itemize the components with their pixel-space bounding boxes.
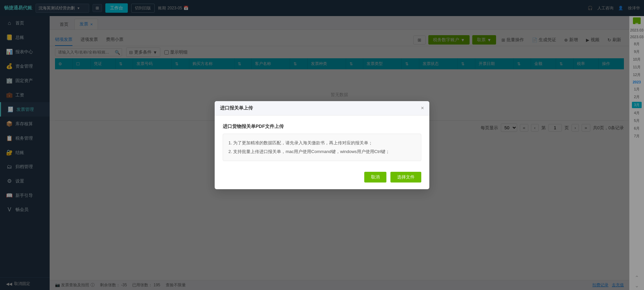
- upload-notes: 1. 为了更加精准的数据匹配，请先录入海关缴款书，再上传对应的报关单； 2. 支…: [223, 134, 421, 161]
- modal-body: 进口货物报关单PDF文件上传 1. 为了更加精准的数据匹配，请先录入海关缴款书，…: [215, 116, 429, 166]
- modal-header: 进口报关单上传 ×: [215, 101, 429, 116]
- upload-note-1: 1. 为了更加精准的数据匹配，请先录入海关缴款书，再上传对应的报关单；: [228, 139, 416, 147]
- modal-overlay: 进口报关单上传 × 进口货物报关单PDF文件上传 1. 为了更加精准的数据匹配，…: [0, 0, 644, 290]
- modal-title: 进口报关单上传: [220, 105, 253, 111]
- modal-cancel-button[interactable]: 取消: [364, 172, 386, 183]
- modal-footer: 取消 选择文件: [215, 166, 429, 189]
- modal-close-button[interactable]: ×: [421, 105, 424, 111]
- modal-import-upload: 进口报关单上传 × 进口货物报关单PDF文件上传 1. 为了更加精准的数据匹配，…: [215, 101, 429, 189]
- upload-section-title: 进口货物报关单PDF文件上传: [223, 124, 421, 130]
- select-file-button[interactable]: 选择文件: [390, 172, 421, 183]
- upload-note-2: 2. 支持批量上传进口报关单，mac用户使用Command键，windows用户…: [228, 147, 416, 156]
